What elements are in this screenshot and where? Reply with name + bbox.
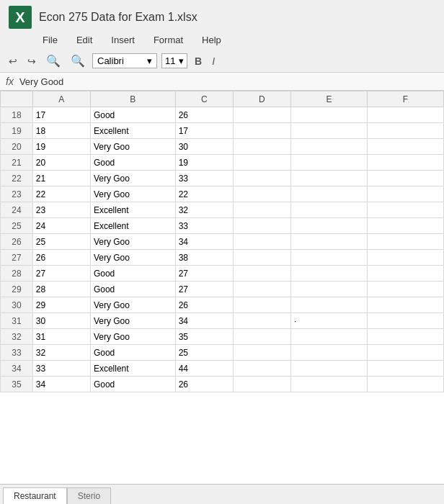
cell-e[interactable]	[290, 345, 367, 361]
cell-c[interactable]: 33	[175, 218, 233, 234]
cell-c[interactable]: 30	[175, 139, 233, 155]
cell-c[interactable]: 22	[175, 186, 233, 202]
cell-f[interactable]	[367, 234, 443, 250]
menu-format[interactable]: Format	[151, 33, 186, 47]
cell-e[interactable]	[290, 250, 367, 266]
cell-c[interactable]: 25	[175, 345, 233, 361]
cell-b[interactable]: Very Goo	[90, 139, 175, 155]
cell-d[interactable]	[233, 123, 290, 139]
cell-c[interactable]: 44	[175, 361, 233, 377]
cell-e[interactable]	[290, 171, 367, 186]
col-header-f[interactable]: F	[367, 91, 443, 107]
cell-a[interactable]: 30	[32, 313, 90, 329]
cell-c[interactable]: 38	[175, 250, 233, 266]
cell-b[interactable]: Good	[90, 377, 175, 392]
cell-e[interactable]	[290, 329, 367, 345]
cell-e[interactable]	[290, 266, 367, 282]
cell-f[interactable]	[367, 155, 443, 171]
cell-c[interactable]: 33	[175, 171, 233, 186]
cell-f[interactable]	[367, 123, 443, 139]
cell-f[interactable]	[367, 186, 443, 202]
cell-c[interactable]: 27	[175, 282, 233, 297]
cell-a[interactable]: 19	[32, 139, 90, 155]
menu-insert[interactable]: Insert	[108, 33, 138, 47]
cell-c[interactable]: 19	[175, 155, 233, 171]
cell-e[interactable]	[290, 202, 367, 218]
cell-c[interactable]: 26	[175, 377, 233, 392]
cell-d[interactable]	[233, 377, 290, 392]
cell-d[interactable]	[233, 329, 290, 345]
cell-d[interactable]	[233, 107, 290, 123]
font-selector[interactable]: Calibri ▾	[92, 53, 157, 68]
cell-a[interactable]: 29	[32, 297, 90, 313]
cell-a[interactable]: 17	[32, 107, 90, 123]
cell-e[interactable]	[290, 234, 367, 250]
cell-b[interactable]: Good	[90, 107, 175, 123]
cell-a[interactable]: 28	[32, 282, 90, 297]
cell-a[interactable]: 27	[32, 266, 90, 282]
undo-button[interactable]: ↩	[6, 54, 20, 68]
cell-e[interactable]: ·	[290, 313, 367, 329]
cell-f[interactable]	[367, 329, 443, 345]
cell-b[interactable]: Good	[90, 282, 175, 297]
menu-file[interactable]: File	[40, 33, 61, 47]
cell-c[interactable]: 34	[175, 313, 233, 329]
cell-a[interactable]: 26	[32, 250, 90, 266]
cell-b[interactable]: Good	[90, 266, 175, 282]
cell-e[interactable]	[290, 377, 367, 392]
cell-c[interactable]: 32	[175, 202, 233, 218]
cell-b[interactable]: Very Goo	[90, 329, 175, 345]
cell-d[interactable]	[233, 202, 290, 218]
tab-sterio[interactable]: Sterio	[67, 487, 111, 504]
cell-b[interactable]: Excellent	[90, 361, 175, 377]
cell-b[interactable]: Excellent	[90, 218, 175, 234]
cell-e[interactable]	[290, 297, 367, 313]
cell-b[interactable]: Excellent	[90, 202, 175, 218]
cell-c[interactable]: 35	[175, 329, 233, 345]
tab-restaurant[interactable]: Restaurant	[3, 487, 67, 504]
cell-d[interactable]	[233, 171, 290, 186]
cell-b[interactable]: Good	[90, 345, 175, 361]
cell-d[interactable]	[233, 282, 290, 297]
cell-a[interactable]: 25	[32, 234, 90, 250]
cell-e[interactable]	[290, 218, 367, 234]
cell-a[interactable]: 31	[32, 329, 90, 345]
cell-b[interactable]: Very Goo	[90, 297, 175, 313]
cell-f[interactable]	[367, 297, 443, 313]
cell-b[interactable]: Excellent	[90, 123, 175, 139]
cell-a[interactable]: 33	[32, 361, 90, 377]
cell-b[interactable]: Very Goo	[90, 186, 175, 202]
cell-c[interactable]: 27	[175, 266, 233, 282]
cell-a[interactable]: 23	[32, 202, 90, 218]
cell-e[interactable]	[290, 155, 367, 171]
col-header-e[interactable]: E	[290, 91, 367, 107]
cell-f[interactable]	[367, 171, 443, 186]
zoom-out-button[interactable]: 🔍	[68, 53, 88, 69]
cell-b[interactable]: Very Goo	[90, 313, 175, 329]
col-header-d[interactable]: D	[233, 91, 290, 107]
formula-value[interactable]: Very Good	[19, 76, 438, 87]
cell-d[interactable]	[233, 361, 290, 377]
italic-button[interactable]: I	[209, 54, 218, 68]
cell-f[interactable]	[367, 361, 443, 377]
cell-d[interactable]	[233, 266, 290, 282]
cell-d[interactable]	[233, 186, 290, 202]
cell-d[interactable]	[233, 250, 290, 266]
cell-f[interactable]	[367, 266, 443, 282]
cell-c[interactable]: 34	[175, 234, 233, 250]
cell-d[interactable]	[233, 345, 290, 361]
cell-f[interactable]	[367, 282, 443, 297]
cell-a[interactable]: 18	[32, 123, 90, 139]
cell-f[interactable]	[367, 107, 443, 123]
cell-f[interactable]	[367, 377, 443, 392]
redo-button[interactable]: ↪	[25, 54, 39, 68]
font-size-selector[interactable]: 11 ▾	[161, 53, 187, 68]
cell-b[interactable]: Good	[90, 155, 175, 171]
cell-c[interactable]: 26	[175, 107, 233, 123]
cell-a[interactable]: 20	[32, 155, 90, 171]
bold-button[interactable]: B	[192, 54, 205, 68]
cell-c[interactable]: 17	[175, 123, 233, 139]
cell-e[interactable]	[290, 107, 367, 123]
cell-b[interactable]: Very Goo	[90, 171, 175, 186]
cell-e[interactable]	[290, 186, 367, 202]
